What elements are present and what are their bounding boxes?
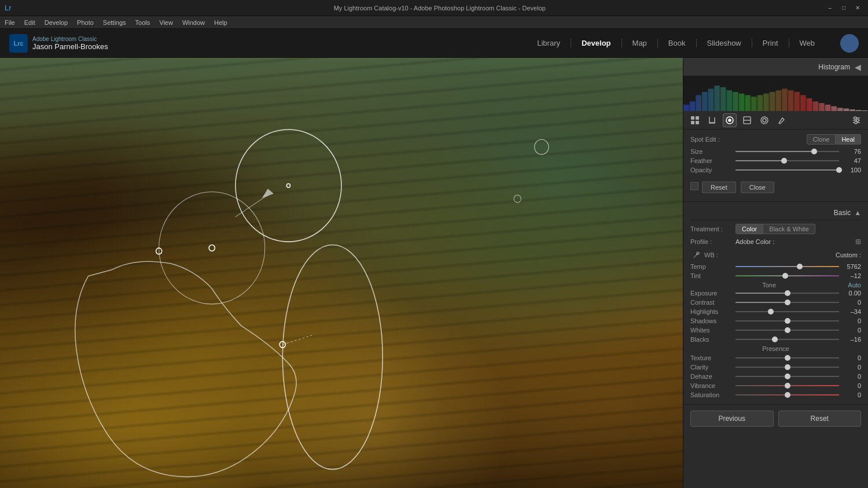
nav-sep-4 bbox=[696, 39, 697, 47]
basic-collapse-icon[interactable]: ▲ bbox=[854, 209, 861, 217]
spot-edit-header-row: Spot Edit : Clone Heal bbox=[690, 134, 861, 145]
menu-edit[interactable]: Edit bbox=[24, 19, 35, 26]
temp-label: Temp bbox=[690, 263, 731, 270]
vibrance-value: 0 bbox=[844, 382, 861, 389]
feather-fill bbox=[735, 160, 784, 161]
color-treatment-button[interactable]: Color bbox=[735, 224, 763, 234]
overlay-checkbox[interactable] bbox=[690, 182, 698, 190]
exposure-thumb[interactable] bbox=[785, 290, 790, 296]
app-name: Adobe Lightroom Classic bbox=[32, 36, 108, 42]
reset-develop-button[interactable]: Reset bbox=[778, 411, 862, 427]
eyedropper-icon[interactable] bbox=[690, 249, 702, 261]
window-controls: – □ ✕ bbox=[824, 2, 863, 14]
brush-tool-icon[interactable] bbox=[775, 113, 789, 127]
highlights-thumb[interactable] bbox=[768, 309, 774, 315]
texture-label: Texture bbox=[690, 354, 731, 361]
nav-library[interactable]: Library bbox=[530, 36, 567, 50]
tint-slider[interactable] bbox=[735, 275, 839, 276]
radial-tool-icon[interactable] bbox=[757, 113, 771, 127]
logo-text: Adobe Lightroom Classic Jason Parnell-Br… bbox=[32, 36, 108, 51]
bw-treatment-button[interactable]: Black & White bbox=[763, 224, 815, 234]
menu-photo[interactable]: Photo bbox=[77, 19, 94, 26]
whites-thumb[interactable] bbox=[785, 327, 790, 333]
wb-label: WB : bbox=[704, 252, 733, 258]
opacity-label: Opacity bbox=[690, 167, 731, 173]
size-slider[interactable] bbox=[735, 151, 839, 152]
contrast-slider[interactable] bbox=[735, 302, 839, 303]
close-button[interactable]: ✕ bbox=[852, 2, 863, 14]
menu-view[interactable]: View bbox=[159, 19, 173, 26]
auto-button[interactable]: Auto bbox=[848, 282, 861, 289]
dehaze-thumb[interactable] bbox=[785, 374, 790, 379]
saturation-thumb[interactable] bbox=[785, 392, 790, 398]
temp-value: 5762 bbox=[844, 263, 861, 270]
highlights-slider[interactable] bbox=[735, 311, 839, 312]
nav-develop[interactable]: Develop bbox=[575, 36, 618, 50]
histogram-collapse-icon[interactable]: ◀ bbox=[855, 62, 861, 72]
maximize-button[interactable]: □ bbox=[838, 2, 849, 14]
blacks-thumb[interactable] bbox=[772, 337, 778, 342]
checkbox-row: Reset Close bbox=[690, 176, 861, 197]
profile-grid-icon[interactable]: ⊞ bbox=[855, 238, 861, 246]
reset-close-row: Reset Close bbox=[702, 178, 774, 194]
feather-label: Feather bbox=[690, 157, 731, 164]
clarity-slider[interactable] bbox=[735, 367, 839, 368]
nav-print[interactable]: Print bbox=[756, 36, 785, 50]
temp-slider[interactable] bbox=[735, 266, 839, 267]
crop-tool-icon[interactable] bbox=[705, 113, 719, 127]
texture-slider[interactable] bbox=[735, 357, 839, 358]
saturation-slider[interactable] bbox=[735, 394, 839, 395]
vibrance-slider[interactable] bbox=[735, 385, 839, 386]
menu-develop[interactable]: Develop bbox=[45, 19, 68, 26]
heal-tool-icon[interactable] bbox=[723, 113, 737, 127]
shadows-slider[interactable] bbox=[735, 320, 839, 321]
feather-thumb[interactable] bbox=[781, 158, 787, 164]
feather-slider[interactable] bbox=[735, 160, 839, 161]
close-button[interactable]: Close bbox=[741, 182, 774, 193]
nav-slideshow[interactable]: Slideshow bbox=[700, 36, 748, 50]
profile-value[interactable]: Adobe Color : bbox=[735, 238, 774, 245]
bottom-panel-buttons: Previous Reset bbox=[683, 404, 868, 432]
menu-help[interactable]: Help bbox=[214, 19, 227, 26]
opacity-slider[interactable] bbox=[735, 169, 839, 171]
basic-section: Basic ▲ Treatment : Color Black & White … bbox=[683, 202, 868, 404]
gradient-tool-icon[interactable] bbox=[740, 113, 754, 127]
dehaze-slider[interactable] bbox=[735, 376, 839, 377]
temp-thumb[interactable] bbox=[797, 264, 803, 269]
menu-tools[interactable]: Tools bbox=[135, 19, 150, 26]
svg-point-20 bbox=[761, 117, 768, 124]
right-panel: Histogram ◀ bbox=[683, 58, 868, 488]
menu-window[interactable]: Window bbox=[182, 19, 205, 26]
blacks-slider[interactable] bbox=[735, 339, 839, 340]
tint-thumb[interactable] bbox=[782, 273, 788, 279]
texture-thumb[interactable] bbox=[785, 355, 790, 361]
nav-map[interactable]: Map bbox=[626, 36, 654, 50]
titlebar: Lr My Lightroom Catalog-v10 - Adobe Phot… bbox=[0, 0, 868, 16]
nav-sep-1 bbox=[571, 39, 571, 47]
shadows-row: Shadows 0 bbox=[690, 317, 861, 324]
grid-tool-icon[interactable] bbox=[688, 113, 702, 127]
vibrance-thumb[interactable] bbox=[785, 383, 790, 389]
minimize-button[interactable]: – bbox=[824, 2, 836, 14]
previous-button[interactable]: Previous bbox=[690, 411, 774, 427]
heal-button[interactable]: Heal bbox=[836, 134, 861, 145]
nav-sep-6 bbox=[789, 39, 789, 47]
contrast-thumb[interactable] bbox=[785, 300, 790, 305]
menu-file[interactable]: File bbox=[5, 19, 15, 26]
nav-book[interactable]: Book bbox=[661, 36, 693, 50]
window-title: My Lightroom Catalog-v10 - Adobe Photosh… bbox=[16, 5, 863, 12]
user-avatar[interactable] bbox=[840, 34, 859, 53]
reset-button[interactable]: Reset bbox=[702, 182, 736, 193]
clone-button[interactable]: Clone bbox=[807, 134, 836, 145]
exposure-slider[interactable] bbox=[735, 293, 839, 294]
nav-web[interactable]: Web bbox=[793, 36, 822, 50]
whites-slider[interactable] bbox=[735, 330, 839, 331]
slider-icon[interactable] bbox=[849, 113, 863, 127]
size-thumb[interactable] bbox=[811, 149, 817, 154]
opacity-thumb[interactable] bbox=[836, 167, 842, 173]
wb-value[interactable]: Custom : bbox=[836, 252, 861, 258]
clarity-thumb[interactable] bbox=[785, 364, 790, 370]
shadows-thumb[interactable] bbox=[785, 318, 790, 324]
menu-settings[interactable]: Settings bbox=[103, 19, 126, 26]
svg-point-21 bbox=[763, 119, 766, 122]
